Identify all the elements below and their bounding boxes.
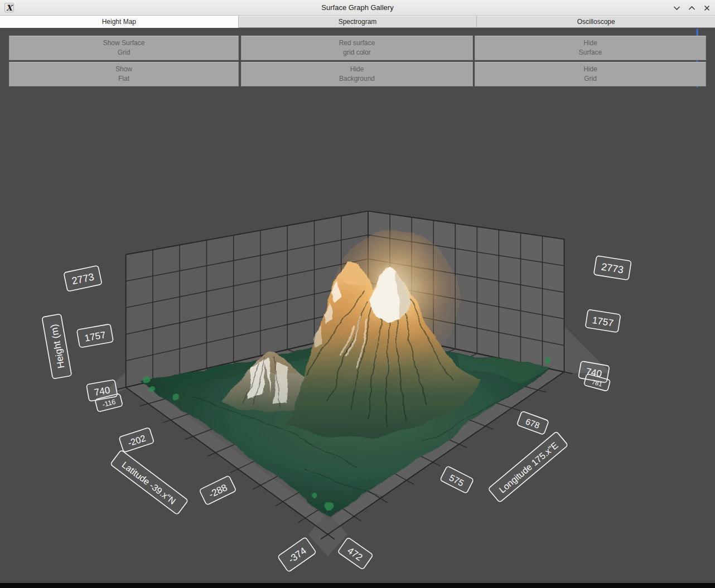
- button-label-line2: Background: [245, 74, 469, 84]
- hide-background-button[interactable]: Hide Background: [241, 62, 473, 86]
- tab-spectrogram[interactable]: Spectrogram: [239, 16, 477, 28]
- app-window: X Surface Graph Gallery Height Map Spec: [0, 0, 715, 588]
- hide-grid-button[interactable]: Hide Grid: [475, 62, 706, 86]
- button-label-line2: Surface: [479, 48, 702, 57]
- window-controls: [671, 0, 712, 16]
- show-flat-button[interactable]: Show Flat: [9, 62, 239, 86]
- tab-height-map[interactable]: Height Map: [0, 16, 239, 28]
- button-label-line1: Hide: [479, 65, 702, 74]
- close-button[interactable]: [702, 3, 712, 13]
- content-area: Height (m)27731757740-11627731757740781-…: [0, 28, 715, 588]
- titlebar[interactable]: X Surface Graph Gallery: [0, 0, 715, 16]
- screen-bottom-strip: [0, 583, 715, 588]
- button-label-line2: Flat: [13, 74, 235, 84]
- tab-oscilloscope[interactable]: Oscilloscope: [477, 16, 715, 28]
- surface-plot-viewport[interactable]: Height (m)27731757740-11627731757740781-…: [0, 28, 715, 588]
- window-title: Surface Graph Gallery: [0, 0, 715, 16]
- surface-grid-color-button[interactable]: Red surface grid color: [241, 36, 473, 60]
- button-label-line1: Show: [13, 65, 235, 74]
- hide-surface-button[interactable]: Hide Surface: [475, 36, 706, 60]
- button-label-line1: Red surface: [245, 38, 469, 48]
- chevron-down-icon: [673, 6, 680, 11]
- button-label-line2: Grid: [13, 48, 235, 57]
- button-label-line2: grid color: [245, 48, 469, 57]
- maximize-button[interactable]: [687, 3, 697, 13]
- tab-bar: Height Map Spectrogram Oscilloscope: [0, 16, 715, 28]
- close-icon: [704, 5, 710, 11]
- button-label-line1: Hide: [479, 38, 702, 48]
- show-surface-grid-button[interactable]: Show Surface Grid: [9, 36, 239, 60]
- button-label-line2: Grid: [479, 74, 702, 84]
- shade-button[interactable]: [671, 3, 682, 13]
- chevron-up-icon: [688, 6, 695, 11]
- button-label-line1: Hide: [245, 65, 469, 74]
- button-label-line1: Show Surface: [13, 38, 235, 48]
